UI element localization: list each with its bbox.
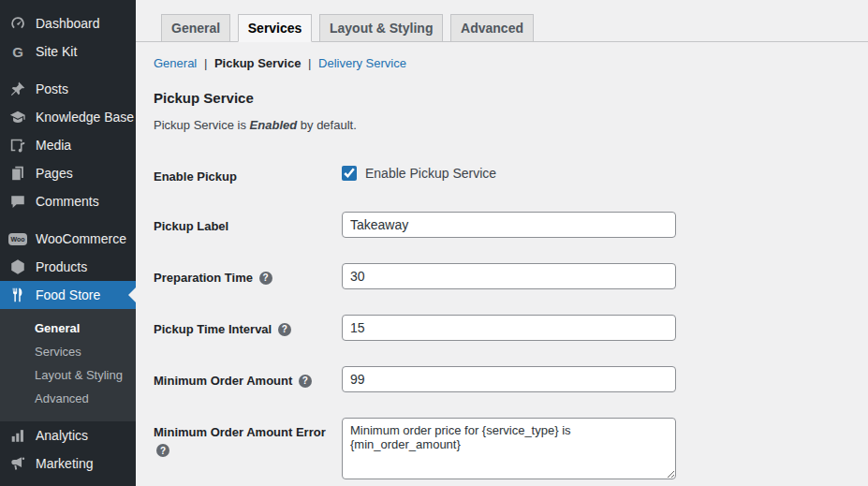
settings-content: General Services Layout & Styling Advanc…: [136, 0, 868, 486]
sidebar-item-label: Marketing: [36, 456, 93, 471]
sidebar-item-comments[interactable]: Comments: [0, 187, 136, 215]
sidebar-item-label: Site Kit: [36, 44, 77, 59]
help-icon[interactable]: ?: [278, 323, 291, 336]
subnav-separator: |: [204, 56, 207, 70]
minimum-order-amount-error-label: Minimum Order Amount Error: [154, 425, 326, 439]
woocommerce-icon: Woo: [8, 229, 27, 248]
current-menu-arrow: [128, 287, 136, 302]
sidebar-item-label: Media: [36, 138, 71, 153]
minimum-order-amount-input[interactable]: [342, 366, 676, 392]
subnav-link-delivery-service[interactable]: Delivery Service: [318, 56, 406, 70]
pushpin-icon: [8, 80, 27, 98]
pickup-label-row: Pickup Label: [154, 212, 868, 238]
sidebar-item-food-store[interactable]: Food Store: [0, 281, 136, 309]
sidebar-item-label: WooCommerce: [36, 231, 126, 246]
preparation-time-input[interactable]: [342, 263, 676, 289]
sidebar-item-knowledge-base[interactable]: Knowledge Base: [0, 103, 136, 131]
food-store-submenu: General Services Layout & Styling Advanc…: [0, 309, 136, 421]
sidebar-item-label: Analytics: [36, 428, 88, 443]
sidebar-separator: [0, 66, 136, 75]
subnav-link-general[interactable]: General: [154, 56, 197, 70]
sidebar-item-label: Comments: [36, 194, 99, 209]
pickup-time-interval-row: Pickup Time Interval ?: [154, 315, 868, 341]
sidebar-item-label: Dashboard: [36, 16, 100, 31]
sidebar-item-label: Products: [36, 259, 87, 274]
subnav-current-pickup-service: Pickup Service: [214, 56, 302, 70]
pickup-label-input[interactable]: [342, 212, 676, 238]
sidebar-item-label: Posts: [36, 81, 68, 96]
sidebar-item-label: Food Store: [36, 287, 100, 302]
sidebar-item-woocommerce[interactable]: Woo WooCommerce: [0, 225, 136, 253]
sidebar-item-dashboard[interactable]: Dashboard: [0, 9, 136, 37]
minimum-order-amount-error-textarea[interactable]: Minimum order price for {service_type} i…: [342, 418, 676, 479]
minimum-order-amount-label: Minimum Order Amount: [154, 374, 292, 388]
settings-tab-bar: General Services Layout & Styling Advanc…: [136, 0, 868, 42]
submenu-item-layout-styling[interactable]: Layout & Styling: [0, 363, 136, 387]
page-description: Pickup Service is Enabled by default.: [154, 118, 868, 132]
pickup-time-interval-input[interactable]: [342, 315, 676, 341]
sidebar-item-products[interactable]: Products: [0, 253, 136, 281]
bar-chart-icon: [8, 426, 27, 445]
admin-sidebar: Dashboard G Site Kit Posts Knowledge Bas…: [0, 0, 136, 486]
megaphone-icon: [8, 454, 27, 473]
enable-pickup-row: Enable Pickup Enable Pickup Service: [154, 162, 868, 186]
graduation-cap-icon: [8, 108, 27, 126]
tab-layout-styling[interactable]: Layout & Styling: [319, 14, 443, 41]
enable-pickup-checkbox[interactable]: [342, 166, 357, 181]
enable-pickup-control: Enable Pickup Service: [342, 162, 496, 181]
sidebar-item-marketing[interactable]: Marketing: [0, 449, 136, 478]
subnav-separator: |: [308, 56, 311, 70]
enable-pickup-label: Enable Pickup: [154, 162, 342, 186]
minimum-order-amount-row: Minimum Order Amount ?: [154, 366, 868, 392]
help-icon[interactable]: ?: [156, 444, 169, 457]
sidebar-separator: [0, 215, 136, 225]
tab-advanced[interactable]: Advanced: [450, 14, 534, 41]
tab-general[interactable]: General: [161, 14, 230, 41]
description-emphasis: Enabled: [250, 118, 298, 132]
pages-icon: [8, 164, 27, 183]
sidebar-item-pages[interactable]: Pages: [0, 159, 136, 187]
comment-bubble-icon: [8, 192, 27, 211]
enable-pickup-checkbox-label: Enable Pickup Service: [365, 166, 496, 181]
sidebar-item-label: Pages: [36, 166, 73, 181]
sidebar-item-posts[interactable]: Posts: [0, 75, 136, 103]
service-subnav: General | Pickup Service | Delivery Serv…: [154, 56, 868, 70]
preparation-time-label: Preparation Time: [154, 271, 253, 285]
pickup-settings-form: Enable Pickup Enable Pickup Service Pick…: [154, 162, 868, 479]
help-icon[interactable]: ?: [299, 375, 312, 388]
submenu-item-general[interactable]: General: [0, 317, 136, 340]
sidebar-item-site-kit[interactable]: G Site Kit: [0, 37, 136, 66]
cube-icon: [8, 258, 27, 276]
submenu-item-advanced[interactable]: Advanced: [0, 387, 136, 410]
site-kit-icon: G: [8, 42, 27, 61]
wordpress-admin: Dashboard G Site Kit Posts Knowledge Bas…: [0, 0, 868, 486]
sidebar-item-analytics[interactable]: Analytics: [0, 421, 136, 449]
preparation-time-row: Preparation Time ?: [154, 263, 868, 289]
tab-services[interactable]: Services: [238, 14, 313, 42]
help-icon[interactable]: ?: [259, 272, 272, 285]
submenu-item-services[interactable]: Services: [0, 340, 136, 363]
pickup-time-interval-label: Pickup Time Interval: [154, 322, 272, 336]
sidebar-item-media[interactable]: Media: [0, 131, 136, 159]
dashboard-icon: [8, 14, 27, 33]
sidebar-item-label: Knowledge Base: [36, 110, 134, 125]
page-title: Pickup Service: [154, 90, 868, 106]
pickup-label-label: Pickup Label: [154, 212, 342, 236]
minimum-order-amount-error-row: Minimum Order Amount Error ? Minimum ord…: [154, 418, 868, 479]
utensils-icon: [8, 286, 27, 304]
media-icon: [8, 136, 27, 155]
